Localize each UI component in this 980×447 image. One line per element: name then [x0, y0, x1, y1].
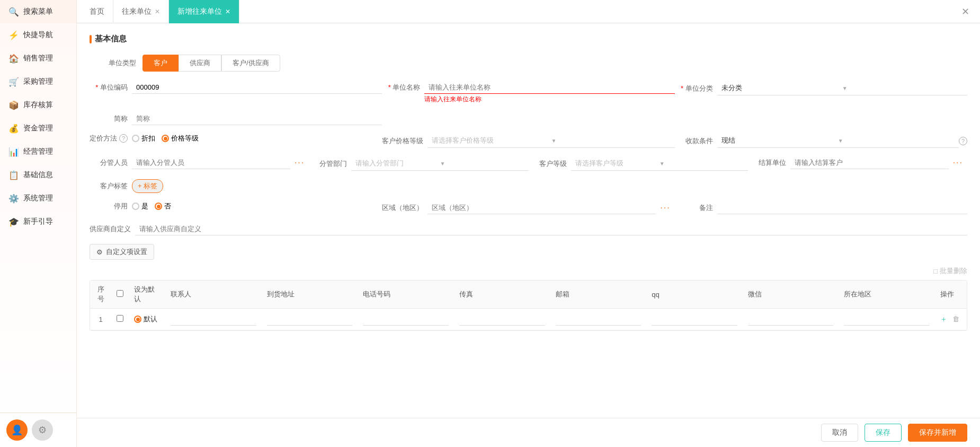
- form-row-supplier-custom: 供应商自定义: [90, 223, 967, 235]
- field-unit-category: 单位分类 未分类 ▼: [675, 81, 967, 95]
- radio-price-level-circle: [162, 135, 169, 142]
- sidebar-item-system[interactable]: ⚙️ 系统管理: [0, 187, 76, 210]
- customer-tag-label: 客户标签: [90, 181, 132, 191]
- sidebar-item-finance[interactable]: 💰 资金管理: [0, 117, 76, 140]
- unit-code-input[interactable]: [132, 81, 382, 94]
- department-select[interactable]: 请输入分管部门 ▼: [351, 156, 528, 171]
- tab-partners[interactable]: 往来单位 ✕: [113, 0, 169, 23]
- close-partners-tab-icon[interactable]: ✕: [155, 8, 160, 15]
- field-manager: 分管人员 ···: [90, 156, 309, 169]
- short-name-input[interactable]: [132, 112, 382, 125]
- field-region: 区域（地区） ···: [382, 201, 674, 214]
- close-all-tabs-icon[interactable]: ✕: [955, 6, 976, 17]
- department-label: 分管部门: [309, 159, 351, 169]
- sidebar-item-purchase[interactable]: 🛒 采购管理: [0, 70, 76, 93]
- custom-settings-btn[interactable]: ⚙ 自定义项设置: [90, 244, 154, 260]
- sidebar-item-basic[interactable]: 📋 基础信息: [0, 163, 76, 187]
- row-email: [550, 309, 647, 330]
- row-contact: [165, 309, 262, 330]
- chevron-dept-icon: ▼: [440, 161, 524, 166]
- row-address-input[interactable]: [267, 313, 353, 326]
- unit-name-label: 单位名称: [382, 83, 424, 92]
- tab-new-partner[interactable]: 新增往来单位 ✕: [169, 0, 239, 23]
- row-address: [262, 309, 358, 330]
- region-input[interactable]: [427, 201, 656, 214]
- tab-home[interactable]: 首页: [81, 0, 113, 23]
- pricing-help-icon[interactable]: ?: [119, 134, 128, 143]
- lightning-icon: ⚡: [8, 30, 19, 40]
- row-fax-input[interactable]: [459, 313, 545, 326]
- radio-price-level[interactable]: 价格等级: [162, 134, 199, 143]
- supplier-custom-input[interactable]: [135, 223, 967, 235]
- row-qq-input[interactable]: [652, 313, 737, 326]
- settlement-more-icon[interactable]: ···: [949, 157, 967, 169]
- tab-bar: 首页 往来单位 ✕ 新增往来单位 ✕ ✕: [77, 0, 980, 23]
- sidebar-item-newbie[interactable]: 🎓 新手引导: [0, 210, 76, 233]
- row-phone: [358, 309, 454, 330]
- field-disabled: 停用 是 否: [90, 201, 382, 211]
- save-new-button[interactable]: 保存并新增: [908, 424, 967, 442]
- payment-help-icon[interactable]: ?: [959, 137, 967, 145]
- radio-yes-circle: [132, 203, 139, 210]
- radio-discount-circle: [132, 135, 139, 142]
- row-default-radio[interactable]: 默认: [134, 314, 160, 324]
- save-button[interactable]: 保存: [865, 424, 902, 442]
- radio-no[interactable]: 否: [155, 201, 171, 211]
- col-qq: qq: [646, 281, 743, 309]
- disabled-label: 停用: [90, 201, 132, 211]
- form-row-pricing: 定价方法 ? 折扣 价格等级 客户价格等级 请选择客户价: [90, 134, 967, 148]
- sidebar-item-business[interactable]: 📊 经营管理: [0, 140, 76, 163]
- radio-yes[interactable]: 是: [132, 201, 148, 211]
- field-customer-level: 客户等级 请选择客户等级 ▼: [529, 156, 748, 171]
- row-delete-icon[interactable]: 🗑: [952, 315, 959, 323]
- batch-delete-row[interactable]: □ 批量删除: [90, 266, 967, 276]
- sidebar-item-search[interactable]: 🔍 搜索菜单: [0, 0, 76, 23]
- unit-type-supplier-btn[interactable]: 供应商: [179, 55, 221, 72]
- add-tag-btn[interactable]: + 标签: [132, 179, 163, 193]
- row-email-input[interactable]: [556, 313, 642, 326]
- radio-discount[interactable]: 折扣: [132, 134, 155, 143]
- sidebar-settings-btn[interactable]: ⚙: [32, 419, 53, 441]
- row-area-input[interactable]: [844, 313, 930, 326]
- manager-input[interactable]: [132, 156, 290, 169]
- sidebar-bottom: 👤 ⚙: [0, 413, 76, 447]
- row-actions: ＋ 🗑: [935, 309, 967, 330]
- row-checkbox-cell: [111, 309, 129, 330]
- row-checkbox[interactable]: [117, 315, 123, 322]
- unit-type-both-btn[interactable]: 客户/供应商: [221, 55, 280, 72]
- row-add-icon[interactable]: ＋: [940, 315, 947, 323]
- chevron-price-level-icon: ▼: [551, 138, 671, 144]
- close-new-partner-tab-icon[interactable]: ✕: [225, 8, 230, 15]
- customer-price-level-select[interactable]: 请选择客户价格等级 ▼: [427, 134, 674, 148]
- unit-type-label: 单位类型: [90, 58, 142, 68]
- field-customer-tag: 客户标签 + 标签: [90, 179, 967, 193]
- cancel-button[interactable]: 取消: [821, 424, 858, 442]
- remark-input[interactable]: [717, 201, 967, 214]
- customer-level-select[interactable]: 请选择客户等级 ▼: [571, 156, 748, 171]
- select-all-checkbox[interactable]: [117, 290, 123, 297]
- row-default-radio-circle: [134, 315, 141, 323]
- row-area: [839, 309, 935, 330]
- unit-category-select[interactable]: 未分类 ▼: [717, 81, 967, 95]
- col-address: 到货地址: [262, 281, 358, 309]
- payment-terms-select[interactable]: 现结 ▼: [717, 134, 959, 148]
- col-checkbox: [111, 281, 129, 309]
- form-row-manager: 分管人员 ··· 分管部门 请输入分管部门 ▼ 客户等级 请选择客户等级 ▼ 结…: [90, 156, 967, 171]
- row-phone-input[interactable]: [363, 313, 449, 326]
- unit-type-customer-btn[interactable]: 客户: [142, 55, 179, 72]
- sidebar-item-sales[interactable]: 🏠 销售管理: [0, 47, 76, 70]
- manager-more-icon[interactable]: ···: [290, 157, 309, 169]
- col-default: 设为默认: [129, 281, 165, 309]
- sidebar-avatar[interactable]: 👤: [6, 419, 28, 441]
- clipboard-icon: 📋: [8, 170, 19, 180]
- unit-name-input[interactable]: [424, 81, 674, 94]
- form-row-1: 单位编码 单位名称 请输入往来单位名称 单位分类 未分类 ▼: [90, 81, 967, 104]
- sidebar-item-quick-nav[interactable]: ⚡ 快捷导航: [0, 23, 76, 47]
- unit-type-row: 单位类型 客户 供应商 客户/供应商: [90, 55, 967, 72]
- settlement-unit-input[interactable]: [790, 156, 949, 169]
- chevron-down-icon: ▼: [842, 85, 963, 91]
- row-contact-input[interactable]: [171, 313, 256, 326]
- sidebar-item-inventory[interactable]: 📦 库存核算: [0, 93, 76, 117]
- row-wechat-input[interactable]: [748, 313, 834, 326]
- region-more-icon[interactable]: ···: [656, 202, 674, 214]
